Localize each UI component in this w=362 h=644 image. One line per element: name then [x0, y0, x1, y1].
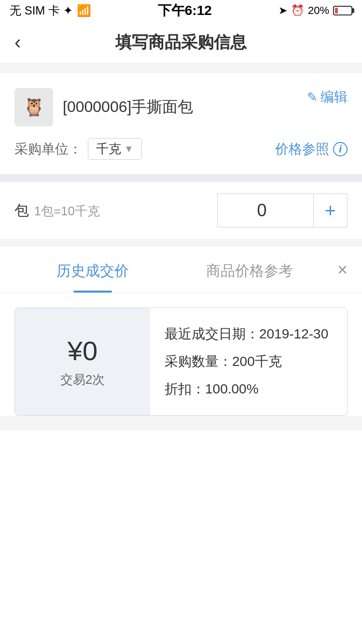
product-info: 🦉 [0000006]手撕面包	[14, 88, 193, 126]
price-value: 0	[83, 336, 97, 366]
price-amount: ¥0	[68, 335, 97, 366]
purchase-qty-row: 采购数量：200千克	[165, 352, 333, 371]
tabs-section: 历史成交价 商品价格参考 × ¥0 交易2次 最近成交日期：2019-12-30…	[0, 247, 362, 416]
product-footer: 采购单位： 千克 ▼ 价格参照 i	[14, 138, 348, 160]
tab-product-price-ref[interactable]: 商品价格参考	[171, 247, 327, 293]
recent-date-value: 2019-12-30	[259, 326, 328, 341]
recent-date-row: 最近成交日期：2019-12-30	[165, 324, 333, 343]
unit-select-dropdown[interactable]: 千克 ▼	[88, 138, 142, 160]
alarm-icon: ⏰	[291, 4, 304, 17]
page-background	[0, 430, 362, 644]
battery-pct: 20%	[308, 4, 329, 17]
help-icon: i	[333, 142, 348, 156]
edit-label: 编辑	[320, 88, 348, 106]
product-card: 🦉 [0000006]手撕面包 ✎ 编辑 采购单位： 千克 ▼ 价格参照 i	[0, 73, 362, 174]
location-icon: ➤	[278, 4, 287, 17]
close-button[interactable]: ×	[328, 260, 348, 280]
product-thumbnail: 🦉	[14, 88, 53, 126]
quantity-row: 包 1包=10千克 +	[0, 182, 362, 239]
unit-row: 采购单位： 千克 ▼	[14, 138, 142, 160]
unit-label: 采购单位：	[14, 140, 82, 158]
trade-count: 交易2次	[60, 371, 105, 388]
recent-date-label: 最近成交日期：	[165, 326, 259, 341]
status-bar: 无 SIM 卡 ✦ 📶 下午6:12 ➤ ⏰ 20%	[0, 0, 362, 21]
tab-history-price[interactable]: 历史成交价	[14, 247, 171, 293]
quantity-unit-label: 包	[14, 202, 29, 218]
sim-status: 无 SIM 卡 ✦	[10, 3, 73, 18]
unit-value: 千克	[96, 140, 121, 157]
quantity-input[interactable]	[217, 194, 314, 227]
price-summary-panel: ¥0 交易2次	[15, 308, 150, 415]
status-left: 无 SIM 卡 ✦ 📶	[10, 3, 91, 18]
section-divider	[0, 174, 362, 182]
status-right: ➤ ⏰ 20%	[278, 4, 352, 17]
product-header: 🦉 [0000006]手撕面包 ✎ 编辑	[14, 88, 348, 126]
price-card: ¥0 交易2次 最近成交日期：2019-12-30 采购数量：200千克 折扣：…	[14, 308, 348, 416]
nav-bar: ‹ 填写商品采购信息	[0, 21, 362, 64]
discount-row: 折扣：100.00%	[165, 379, 333, 398]
edit-icon: ✎	[307, 90, 318, 105]
product-image-placeholder: 🦉	[23, 97, 45, 117]
dropdown-arrow-icon: ▼	[124, 143, 134, 154]
price-reference-button[interactable]: 价格参照 i	[275, 140, 348, 158]
quantity-sub-label: 1包=10千克	[34, 204, 100, 218]
product-name: [0000006]手撕面包	[63, 97, 193, 118]
wifi-icon: 📶	[77, 4, 91, 17]
quantity-control: +	[217, 194, 348, 227]
discount-value: 100.00%	[205, 381, 259, 396]
edit-button[interactable]: ✎ 编辑	[307, 88, 348, 106]
tabs-header: 历史成交价 商品价格参考 ×	[0, 247, 362, 293]
price-ref-label: 价格参照	[275, 140, 329, 158]
clock: 下午6:12	[158, 1, 212, 20]
battery-icon	[333, 6, 352, 15]
back-button[interactable]: ‹	[14, 31, 30, 53]
quantity-label-group: 包 1包=10千克	[14, 201, 100, 221]
page-title: 填写商品采购信息	[115, 31, 247, 54]
purchase-qty-label: 采购数量：	[165, 354, 232, 369]
discount-label: 折扣：	[165, 381, 205, 396]
quantity-plus-button[interactable]: +	[314, 194, 348, 227]
price-detail-panel: 最近成交日期：2019-12-30 采购数量：200千克 折扣：100.00%	[150, 308, 347, 415]
purchase-qty-value: 200千克	[232, 354, 282, 369]
currency-symbol: ¥	[68, 336, 83, 366]
